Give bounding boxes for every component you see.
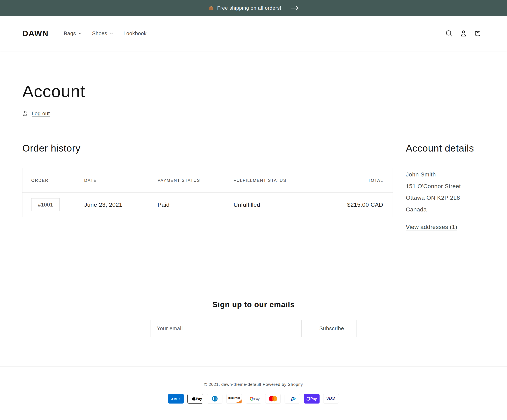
nav-item-bags[interactable]: Bags [64,27,87,40]
nav-label-shoes: Shoes [92,30,107,36]
orders-table: ORDER DATE PAYMENT STATUS FULFILLMENT ST… [22,168,393,217]
mastercard-icon [265,394,281,404]
account-details-title: Account details [406,142,485,154]
diners-club-icon [207,394,222,404]
svg-text:AMEX: AMEX [171,397,181,401]
nav-item-lookbook[interactable]: Lookbook [118,27,152,40]
powered-by-shopify-link[interactable]: Powered by Shopify [263,382,303,387]
site-header: DAWN Bags Shoes Lookbook [0,16,507,51]
default-address: John Smith 151 O'Connor Street Ottawa ON… [406,169,485,215]
order-history-title: Order history [22,142,392,154]
nav-label-bags: Bags [64,30,76,36]
address-city: Ottawa ON K2P 2L8 [406,192,485,204]
order-number-cell: #1001 [22,193,84,217]
apple-pay-icon: Pay [187,394,203,404]
cart-bag-icon [474,30,481,37]
svg-text:VISA: VISA [326,397,336,401]
order-total-cell: $215.00 CAD [341,193,393,217]
google-pay-icon: Pay [246,394,261,404]
view-addresses-link[interactable]: View addresses (1) [406,224,457,230]
discover-icon: DISCOVER [226,394,242,404]
address-country: Canada [406,204,485,215]
announcement-text: Free shipping on all orders! [217,5,282,11]
announcement-link[interactable]: Free shipping on all orders! [208,5,299,11]
search-icon [445,30,453,37]
order-history-section: Order history ORDER DATE PAYMENT STATUS … [22,142,392,217]
fulfillment-status-cell: Unfulfilled [233,193,341,217]
site-footer: Sign up to our emails Subscribe © 2021, … [0,269,507,416]
store-logo[interactable]: DAWN [22,29,49,38]
person-icon [22,110,28,116]
account-page: Free shipping on all orders! DAWN Bags S… [0,0,507,420]
nav-label-lookbook: Lookbook [123,30,147,36]
logout-link[interactable]: Log out [32,111,50,116]
payment-icons-row: AMEX Pay [0,394,507,404]
svg-text:DISCOVER: DISCOVER [228,397,240,399]
column-header-fulfillment-status: FULFILLMENT STATUS [233,168,341,192]
address-name: John Smith [406,169,485,180]
nav-item-shoes[interactable]: Shoes [87,27,118,40]
footer-bottom: © 2021, dawn-theme-default Powered by Sh… [0,366,507,415]
search-button[interactable] [442,26,456,41]
amex-icon: AMEX [168,394,183,404]
svg-text:P: P [292,397,296,402]
page-title: Account [22,82,485,101]
address-street: 151 O'Connor Street [406,180,485,192]
person-icon [460,30,467,37]
paypal-icon: P P [285,394,300,404]
payment-status-cell: Paid [158,193,233,217]
svg-text:Pay: Pay [196,397,202,401]
orders-table-header-row: ORDER DATE PAYMENT STATUS FULFILLMENT ST… [22,168,393,192]
newsletter-title: Sign up to our emails [0,300,507,309]
chevron-down-icon [79,32,82,35]
subscribe-button[interactable]: Subscribe [307,320,357,337]
copyright-text: © 2021, dawn-theme-default [204,382,261,387]
order-date-cell: June 23, 2021 [84,193,158,217]
main-nav: Bags Shoes Lookbook [64,27,152,40]
email-input[interactable] [150,320,302,337]
copyright-line: © 2021, dawn-theme-default Powered by Sh… [0,382,507,387]
newsletter-form: Subscribe [0,320,507,337]
svg-text:Pay: Pay [254,397,260,401]
visa-icon: VISA [323,394,339,404]
order-number-link[interactable]: #1001 [31,198,60,211]
column-header-date: DATE [84,168,158,192]
logout-row: Log out [22,110,485,116]
column-header-total: TOTAL [341,168,393,192]
package-icon [208,5,214,11]
shop-pay-icon: Pay [304,394,319,404]
content-grid: Order history ORDER DATE PAYMENT STATUS … [22,142,485,230]
order-row: #1001 June 23, 2021 Paid Unfulfilled $21… [22,193,393,217]
chevron-down-icon [110,32,113,35]
column-header-payment-status: PAYMENT STATUS [158,168,233,192]
arrow-right-icon [290,6,299,10]
svg-text:Pay: Pay [310,397,317,401]
account-button[interactable] [456,26,470,41]
account-details-section: Account details John Smith 151 O'Connor … [406,142,485,230]
main-content: Account Log out Order history [0,82,507,269]
header-actions [442,26,485,41]
announcement-bar: Free shipping on all orders! [0,0,507,16]
newsletter-section: Sign up to our emails Subscribe [0,269,507,366]
column-header-order: ORDER [22,168,84,192]
cart-button[interactable] [470,26,485,41]
